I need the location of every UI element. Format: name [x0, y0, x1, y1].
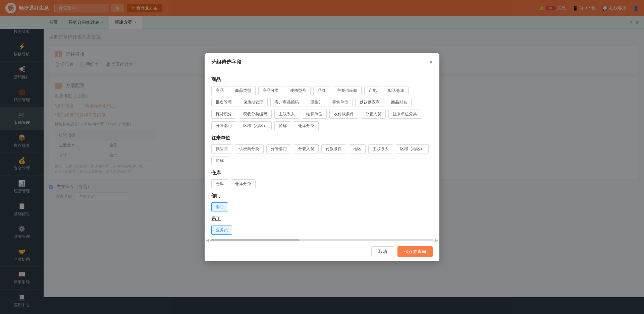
section-title-counterpart: 往来单位 [211, 135, 433, 141]
field-tag-区域地区2[interactable]: 区域（地区） [396, 144, 429, 153]
field-tag-商品别名[interactable]: 商品别名 [387, 98, 412, 107]
field-tag-重量3[interactable]: 重量3 [306, 98, 325, 107]
field-tag-分管人员2[interactable]: 分管人员 [294, 144, 319, 153]
field-tag-品牌[interactable]: 品牌 [313, 86, 330, 95]
field-tag-付款条件[interactable]: 付款条件 [321, 144, 346, 153]
field-tag-供应商[interactable]: 供应商 [211, 144, 232, 153]
field-tag-业务员[interactable]: 业务员 [211, 226, 232, 235]
modal-overlay: 分组待选字段 × 商品 商品 商品类型 商品分类 规格型号 品牌 主要供应商 产… [0, 0, 644, 314]
field-tag-地区[interactable]: 地区 [349, 144, 366, 153]
counterpart-fields: 供应商 供应商分类 分管部门 分管人员 付款条件 地区 主联系人 区域（地区） … [211, 144, 433, 165]
field-tag-往来单位分类[interactable]: 往来单位分类 [388, 110, 421, 119]
section-title-employee: 员工 [211, 216, 433, 222]
field-tag-税收分类编码[interactable]: 税收分类编码 [239, 110, 272, 119]
product-fields: 商品 商品类型 商品分类 规格型号 品牌 主要供应商 产地 默认仓库 批次管理 … [211, 86, 433, 130]
warehouse-fields: 仓库 仓库分类 [211, 179, 433, 188]
field-tag-主联系人2[interactable]: 主联系人 [368, 144, 393, 153]
modal-body[interactable]: 商品 商品 商品类型 商品分类 规格型号 品牌 主要供应商 产地 默认仓库 批次… [205, 70, 439, 239]
field-tag-零售单位[interactable]: 零售单位 [328, 98, 353, 107]
section-title-product: 商品 [211, 77, 433, 83]
field-tag-分管部门2[interactable]: 分管部门 [266, 144, 291, 153]
field-tag-商品[interactable]: 商品 [211, 86, 228, 95]
field-tag-仓库分类1[interactable]: 仓库分类 [294, 121, 319, 130]
field-tag-客户商品编码[interactable]: 客户商品编码 [270, 98, 303, 107]
field-tag-产地[interactable]: 产地 [364, 86, 381, 95]
field-tag-默认仓库[interactable]: 默认仓库 [384, 86, 409, 95]
field-tag-仓库[interactable]: 仓库 [211, 179, 228, 188]
modal-header: 分组待选字段 × [205, 53, 439, 70]
hscroll-bar [210, 239, 434, 241]
field-tag-默认供应商[interactable]: 默认供应商 [355, 98, 384, 107]
field-tag-收付款条件[interactable]: 收付款条件 [329, 110, 358, 119]
field-tag-分管部门[interactable]: 分管部门 [211, 121, 236, 130]
section-title-department: 部门 [211, 193, 433, 199]
field-tag-区域地区1[interactable]: 区域（地区） [239, 121, 272, 130]
field-tag-主联系人[interactable]: 主联系人 [274, 110, 299, 119]
field-tag-简称2[interactable]: 简称 [211, 156, 228, 165]
field-tag-拣货积分[interactable]: 拣货积分 [211, 110, 236, 119]
section-title-warehouse: 仓库 [211, 170, 433, 176]
field-tag-仓库分类2[interactable]: 仓库分类 [231, 179, 256, 188]
modal-dialog: 分组待选字段 × 商品 商品 商品类型 商品分类 规格型号 品牌 主要供应商 产… [205, 53, 439, 261]
field-tag-简称1[interactable]: 简称 [274, 121, 291, 130]
field-tag-批次管理[interactable]: 批次管理 [211, 98, 236, 107]
cancel-button[interactable]: 取消 [371, 246, 394, 257]
field-tag-分管人员[interactable]: 分管人员 [361, 110, 386, 119]
field-tag-结算单位[interactable]: 结算单位 [302, 110, 327, 119]
employee-fields: 业务员 [211, 226, 433, 235]
field-tag-保质期管理[interactable]: 保质期管理 [239, 98, 268, 107]
modal-title: 分组待选字段 [211, 59, 241, 65]
modal-close-btn[interactable]: × [429, 59, 433, 66]
field-tag-主要供应商[interactable]: 主要供应商 [333, 86, 362, 95]
confirm-button[interactable]: 保存并查询 [397, 246, 433, 257]
field-tag-商品类型[interactable]: 商品类型 [231, 86, 256, 95]
modal-hscroll[interactable]: ◀ ▶ [205, 239, 439, 242]
field-tag-部门[interactable]: 部门 [211, 202, 228, 211]
field-tag-供应商分类[interactable]: 供应商分类 [235, 144, 264, 153]
field-tag-规格型号[interactable]: 规格型号 [286, 86, 311, 95]
modal-footer: 取消 保存并查询 [205, 242, 439, 261]
field-tag-商品分类[interactable]: 商品分类 [258, 86, 283, 95]
hscroll-thumb [210, 239, 300, 241]
department-fields: 部门 [211, 202, 433, 211]
